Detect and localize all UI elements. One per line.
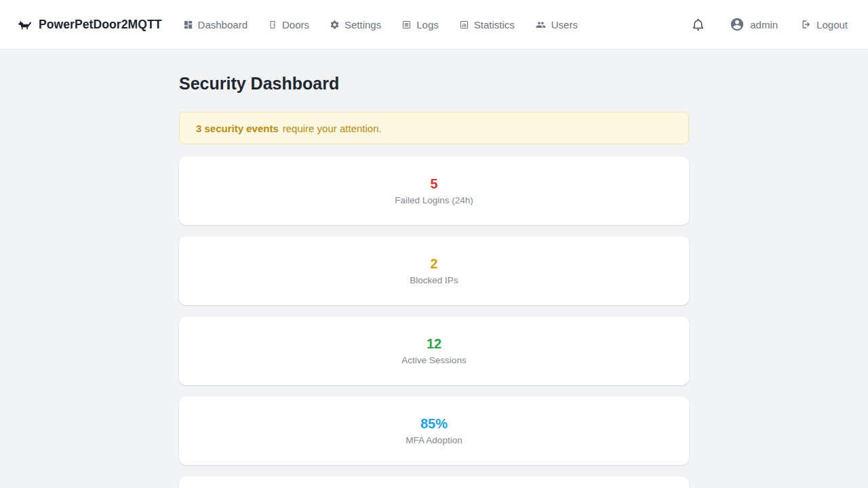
nav-item-label: Doors bbox=[282, 19, 309, 30]
alert-highlight: 3 security events bbox=[196, 123, 279, 134]
bell-icon bbox=[691, 18, 705, 32]
nav-item-label: Settings bbox=[344, 19, 381, 30]
gear-icon bbox=[330, 20, 340, 30]
brand[interactable]: PowerPetDoor2MQTT bbox=[18, 18, 162, 32]
nav-item-statistics[interactable]: Statistics bbox=[459, 19, 515, 30]
logout-label: Logout bbox=[816, 19, 848, 30]
stat-card-partial bbox=[179, 476, 689, 488]
stat-card-mfa-adoption: 85% MFA Adoption bbox=[179, 396, 689, 465]
main-content: Security Dashboard 3 security events req… bbox=[179, 49, 689, 488]
logout-icon bbox=[800, 19, 812, 30]
security-alert-banner: 3 security events require your attention… bbox=[179, 112, 689, 144]
stat-value: 85% bbox=[420, 417, 448, 430]
dog-icon bbox=[18, 18, 33, 31]
page-title: Security Dashboard bbox=[179, 75, 689, 92]
stat-card-failed-logins: 5 Failed Logins (24h) bbox=[179, 157, 689, 225]
avatar-icon bbox=[730, 17, 745, 32]
logs-icon bbox=[401, 20, 412, 30]
alert-message: require your attention. bbox=[283, 123, 382, 134]
stat-value: 2 bbox=[430, 257, 437, 270]
nav-item-label: Statistics bbox=[474, 19, 515, 30]
username: admin bbox=[750, 19, 778, 30]
header-right: admin Logout bbox=[691, 17, 848, 32]
nav-item-users[interactable]: Users bbox=[535, 19, 578, 30]
statistics-icon bbox=[459, 20, 469, 30]
brand-name: PowerPetDoor2MQTT bbox=[39, 18, 162, 32]
stat-value: 5 bbox=[430, 177, 437, 190]
nav-item-dashboard[interactable]: Dashboard bbox=[183, 19, 248, 30]
user-menu[interactable]: admin bbox=[730, 17, 778, 32]
stat-label: Failed Logins (24h) bbox=[395, 196, 473, 205]
door-icon bbox=[268, 20, 277, 30]
nav-item-label: Users bbox=[551, 19, 578, 30]
stat-label: Active Sessions bbox=[401, 356, 466, 365]
users-icon bbox=[535, 20, 547, 30]
stat-label: Blocked IPs bbox=[410, 276, 458, 285]
stat-card-blocked-ips: 2 Blocked IPs bbox=[179, 237, 689, 305]
notifications-button[interactable] bbox=[691, 18, 705, 32]
nav-item-label: Dashboard bbox=[198, 19, 248, 30]
stat-label: MFA Adoption bbox=[406, 436, 462, 445]
nav-item-settings[interactable]: Settings bbox=[330, 19, 381, 30]
nav-item-doors[interactable]: Doors bbox=[268, 19, 309, 30]
stat-value: 12 bbox=[427, 337, 441, 350]
stat-card-active-sessions: 12 Active Sessions bbox=[179, 317, 689, 385]
nav-item-label: Logs bbox=[416, 19, 439, 30]
nav-item-logs[interactable]: Logs bbox=[401, 19, 439, 30]
logout-button[interactable]: Logout bbox=[800, 19, 848, 30]
main-nav: Dashboard Doors Settings bbox=[183, 19, 578, 30]
app-header: PowerPetDoor2MQTT Dashboard Doors bbox=[0, 0, 868, 49]
dashboard-icon bbox=[183, 20, 193, 30]
